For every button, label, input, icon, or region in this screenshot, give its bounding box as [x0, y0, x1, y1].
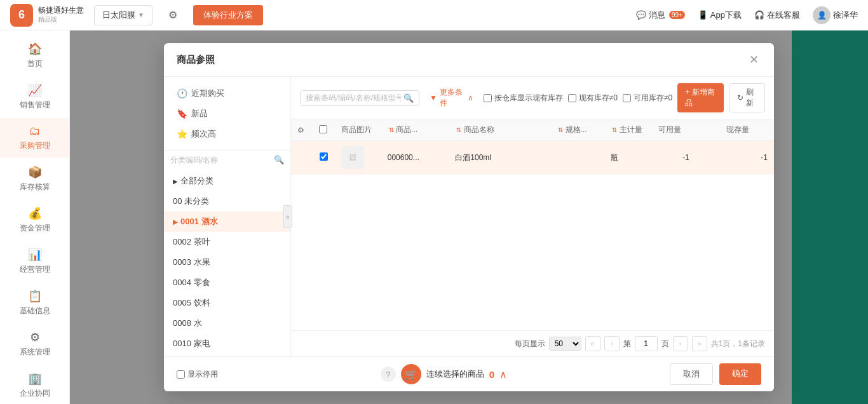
category-search-input[interactable]	[170, 156, 271, 165]
table-row[interactable]: 🖼 000600... 白酒100ml 瓶 -1 -1	[291, 141, 774, 175]
modal-title: 商品参照	[177, 54, 215, 66]
th-gear: ⚙	[291, 119, 313, 141]
total-info: 共1页，1条记录	[711, 339, 765, 349]
quick-link-recent[interactable]: 🕐 近期购买	[170, 83, 284, 104]
add-product-button[interactable]: + 新增商品	[677, 83, 723, 112]
all-arrow-icon: ▶	[173, 178, 178, 185]
help-icon[interactable]: ?	[381, 367, 396, 382]
row-spec-cell	[550, 141, 604, 175]
up-arrow-icon[interactable]: ∧	[499, 368, 507, 380]
trial-button[interactable]: 体验行业方案	[193, 5, 263, 25]
category-item-0008[interactable]: 0008 水	[164, 313, 290, 333]
messages-button[interactable]: 💬 消息 99+	[636, 10, 685, 21]
toolbar-right-buttons: + 新增商品 ↻ 刷新	[677, 83, 765, 112]
category-search-area: 🔍	[164, 151, 290, 168]
sidebar: 🏠 首页 📈 销售管理 🗂 采购管理 📦 库存核算 💰 资金管理 📊 经营管理 …	[0, 30, 70, 404]
show-disabled-checkbox[interactable]	[177, 370, 185, 379]
user-menu[interactable]: 👤 徐泽华	[813, 6, 858, 24]
page-size-select[interactable]: 50 10 20 100	[549, 337, 581, 351]
nav-right-area: 💬 消息 99+ 📱 App下载 🎧 在线客服 👤 徐泽华	[636, 6, 858, 24]
nonzero-avail-checkbox-label[interactable]: 可用库存≠0	[623, 93, 672, 104]
category-item-0003[interactable]: 0003 水果	[164, 252, 290, 273]
quick-link-frequent[interactable]: ⭐ 频次高	[170, 124, 284, 144]
branch-selector[interactable]: 日太阳膜 ▼	[94, 5, 153, 25]
category-item-00[interactable]: 00 未分类	[164, 191, 290, 212]
category-item-0002[interactable]: 0002 茶叶	[164, 232, 290, 252]
sales-icon: 📈	[28, 83, 42, 97]
modal-close-button[interactable]: ✕	[746, 52, 761, 67]
table-header-row: ⚙ 商品图片 ⇅	[291, 119, 774, 141]
th-name[interactable]: ⇅ 商品名称	[449, 119, 550, 141]
sort-icon: ⇅	[389, 126, 394, 133]
category-item-all[interactable]: ▶ 全部分类	[164, 171, 290, 191]
warehouse-stock-checkbox-label[interactable]: 按仓库显示现有库存	[484, 93, 563, 104]
product-search-box: 🔍	[300, 90, 419, 106]
search-icon[interactable]: 🔍	[403, 93, 414, 103]
quick-link-new[interactable]: 🔖 新品	[170, 104, 284, 124]
app-download-button[interactable]: 📱 App下载	[698, 10, 742, 21]
sidebar-item-sales[interactable]: 📈 销售管理	[0, 77, 69, 117]
top-navbar: 6 畅捷通好生意 精品版 日太阳膜 ▼ ⚙ 体验行业方案 💬 消息 99+ 📱 …	[0, 0, 868, 30]
inventory-icon: 📦	[28, 165, 42, 179]
cart-icon[interactable]: 🛒	[401, 364, 421, 384]
category-search-icon[interactable]: 🔍	[274, 155, 284, 165]
category-item-0001[interactable]: ▶ 0001 酒水	[164, 212, 290, 232]
modal-overlay: 商品参照 ✕ 🕐 近期购买	[70, 30, 868, 404]
sidebar-item-finance[interactable]: 💰 资金管理	[0, 200, 69, 240]
product-table-wrap: ⚙ 商品图片 ⇅	[291, 119, 774, 330]
row-checkbox[interactable]	[320, 152, 328, 161]
collapse-panel-button[interactable]: «	[283, 205, 292, 228]
row-code-cell: 000600...	[381, 141, 449, 175]
sidebar-item-inventory[interactable]: 📦 库存核算	[0, 159, 69, 199]
sidebar-item-home[interactable]: 🏠 首页	[0, 36, 69, 76]
business-icon: 📊	[28, 248, 42, 262]
footer-center-area: ? 🛒 连续选择的商品 0 ∧	[381, 364, 507, 384]
nonzero-avail-checkbox[interactable]	[623, 94, 631, 102]
select-all-checkbox[interactable]	[319, 125, 327, 133]
last-page-button[interactable]: »	[692, 336, 707, 351]
first-page-button[interactable]: «	[585, 336, 600, 351]
quick-links: 🕐 近期购买 🔖 新品 ⭐ 频次高	[170, 83, 284, 144]
confirm-button[interactable]: 确定	[719, 363, 761, 385]
logo-text: 畅捷通好生意	[38, 6, 84, 16]
online-service-button[interactable]: 🎧 在线客服	[754, 10, 800, 21]
sidebar-item-collab[interactable]: 🏢 企业协同	[0, 365, 69, 404]
category-item-0005[interactable]: 0005 饮料	[164, 293, 290, 313]
next-page-button[interactable]: ›	[673, 336, 688, 351]
nonzero-stock-checkbox-label[interactable]: 现有库存≠0	[568, 93, 618, 104]
th-code[interactable]: ⇅ 商品...	[381, 119, 449, 141]
page-number-input[interactable]	[635, 336, 658, 351]
prev-page-button[interactable]: ‹	[604, 336, 620, 351]
th-unit[interactable]: ⇅ 主计量	[604, 119, 652, 141]
settings-icon[interactable]: ⚙	[163, 5, 183, 25]
quick-links-area: 🕐 近期购买 🔖 新品 ⭐ 频次高	[164, 77, 290, 151]
warehouse-stock-checkbox[interactable]	[484, 94, 492, 102]
recent-icon: 🕐	[177, 88, 187, 98]
show-disabled-area: 显示停用	[177, 369, 218, 380]
sidebar-item-system[interactable]: ⚙ 系统管理	[0, 324, 69, 364]
filter-icon: ▼	[430, 93, 437, 102]
th-spec[interactable]: ⇅ 规格...	[550, 119, 604, 141]
system-icon: ⚙	[30, 330, 40, 344]
sidebar-item-business[interactable]: 📊 经营管理	[0, 241, 69, 281]
refresh-button[interactable]: ↻ 刷新	[729, 83, 765, 112]
purchase-icon: 🗂	[29, 125, 41, 138]
sidebar-item-purchase[interactable]: 🗂 采购管理	[0, 118, 69, 158]
modal-toolbar: 🔍 ▼ 更多条件 ∧ 按仓库显示现有库存	[291, 77, 774, 119]
refresh-icon: ↻	[737, 93, 743, 102]
product-table: ⚙ 商品图片 ⇅	[291, 119, 774, 175]
modal-header: 商品参照 ✕	[164, 43, 774, 77]
category-item-0004[interactable]: 0004 零食	[164, 273, 290, 293]
message-badge: 99+	[669, 11, 685, 19]
product-search-input[interactable]	[306, 93, 401, 102]
modal-body: 🕐 近期购买 🔖 新品 ⭐ 频次高	[164, 77, 774, 356]
category-item-0010[interactable]: 0010 家电	[164, 333, 290, 354]
th-avail: 可用量	[652, 119, 720, 141]
cat0001-arrow-icon: ▶	[173, 219, 178, 226]
sidebar-item-basics[interactable]: 📋 基础信息	[0, 283, 69, 323]
row-img-cell: 🖼	[335, 141, 381, 175]
modal-footer: 显示停用 ? 🛒 连续选择的商品 0 ∧ 取消 确定	[164, 356, 774, 391]
more-filter-button[interactable]: ▼ 更多条件 ∧	[424, 84, 478, 111]
cancel-button[interactable]: 取消	[670, 363, 713, 385]
nonzero-stock-checkbox[interactable]	[568, 94, 576, 102]
